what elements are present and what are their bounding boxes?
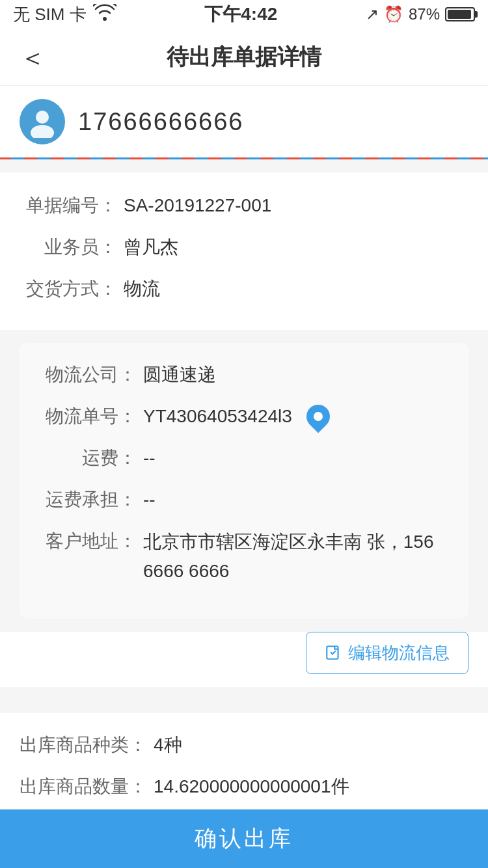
bottom-bar: 确认出库 bbox=[0, 809, 488, 868]
logistics-company-label: 物流公司： bbox=[39, 361, 143, 388]
location-status-icon: ↗ bbox=[366, 5, 379, 23]
user-header: 17666666666 bbox=[0, 86, 488, 159]
freight-row: 运费： -- bbox=[39, 444, 449, 472]
goods-quantity-row: 出库商品数量： 14.620000000000001件 bbox=[20, 773, 468, 800]
status-right: ↗ ⏰ 87% bbox=[366, 5, 475, 23]
tracking-label: 物流单号： bbox=[39, 403, 143, 430]
freight-label: 运费： bbox=[39, 444, 143, 472]
tracking-row: 物流单号： YT43064053424l3 bbox=[39, 403, 449, 430]
logistics-company-row: 物流公司： 圆通速递 bbox=[39, 361, 449, 388]
document-number-value: SA-20191227-001 bbox=[124, 192, 468, 219]
document-number-row: 单据编号： SA-20191227-001 bbox=[20, 192, 468, 219]
wifi-icon bbox=[93, 4, 116, 25]
alarm-icon: ⏰ bbox=[384, 5, 403, 23]
divider-2 bbox=[0, 687, 488, 700]
page-title: 待出库单据详情 bbox=[167, 42, 321, 72]
document-number-label: 单据编号： bbox=[20, 192, 124, 219]
back-button[interactable]: ＜ bbox=[20, 44, 46, 70]
goods-types-row: 出库商品种类： 4种 bbox=[20, 731, 468, 759]
document-info-section: 单据编号： SA-20191227-001 业务员： 曾凡杰 交货方式： 物流 bbox=[0, 172, 488, 330]
goods-quantity-label: 出库商品数量： bbox=[20, 773, 154, 800]
content: 17666666666 单据编号： SA-20191227-001 业务员： 曾… bbox=[0, 86, 488, 868]
svg-rect-2 bbox=[327, 646, 338, 659]
location-icon[interactable] bbox=[301, 400, 334, 433]
svg-point-0 bbox=[36, 111, 49, 124]
confirm-button[interactable]: 确认出库 bbox=[20, 824, 468, 854]
divider-1 bbox=[0, 159, 488, 172]
address-row: 客户地址： 北京市市辖区海淀区永丰南 张，156 6666 6666 bbox=[39, 528, 449, 586]
goods-types-value: 4种 bbox=[154, 731, 468, 759]
freight-bearer-value: -- bbox=[143, 486, 449, 513]
freight-bearer-label: 运费承担： bbox=[39, 486, 143, 513]
time-text: 下午4:42 bbox=[204, 2, 277, 27]
user-phone: 17666666666 bbox=[78, 108, 243, 136]
tracking-value: YT43064053424l3 bbox=[143, 403, 449, 430]
edit-icon bbox=[325, 644, 342, 661]
status-left: 无 SIM 卡 bbox=[13, 3, 116, 26]
avatar bbox=[20, 99, 65, 144]
salesman-value: 曾凡杰 bbox=[124, 234, 468, 261]
battery-indicator bbox=[445, 7, 475, 21]
delivery-label: 交货方式： bbox=[20, 275, 124, 303]
edit-logistics-button[interactable]: 编辑物流信息 bbox=[306, 632, 468, 674]
delivery-value: 物流 bbox=[124, 275, 468, 303]
edit-button-container: 编辑物流信息 bbox=[0, 632, 488, 687]
delivery-row: 交货方式： 物流 bbox=[20, 275, 468, 303]
goods-quantity-value: 14.620000000000001件 bbox=[154, 773, 468, 800]
carrier-text: 无 SIM 卡 bbox=[13, 3, 87, 26]
logistics-card: 物流公司： 圆通速递 物流单号： YT43064053424l3 运费： -- … bbox=[20, 343, 468, 619]
freight-bearer-row: 运费承担： -- bbox=[39, 486, 449, 513]
address-label: 客户地址： bbox=[39, 528, 143, 555]
salesman-row: 业务员： 曾凡杰 bbox=[20, 234, 468, 261]
address-value: 北京市市辖区海淀区永丰南 张，156 6666 6666 bbox=[143, 528, 449, 586]
svg-point-1 bbox=[31, 125, 54, 138]
edit-logistics-label: 编辑物流信息 bbox=[348, 642, 450, 664]
status-bar: 无 SIM 卡 下午4:42 ↗ ⏰ 87% bbox=[0, 0, 488, 29]
salesman-label: 业务员： bbox=[20, 234, 124, 261]
nav-bar: ＜ 待出库单据详情 bbox=[0, 29, 488, 86]
goods-types-label: 出库商品种类： bbox=[20, 731, 154, 759]
logistics-company-value: 圆通速递 bbox=[143, 361, 449, 388]
battery-text: 87% bbox=[409, 5, 440, 23]
freight-value: -- bbox=[143, 444, 449, 472]
